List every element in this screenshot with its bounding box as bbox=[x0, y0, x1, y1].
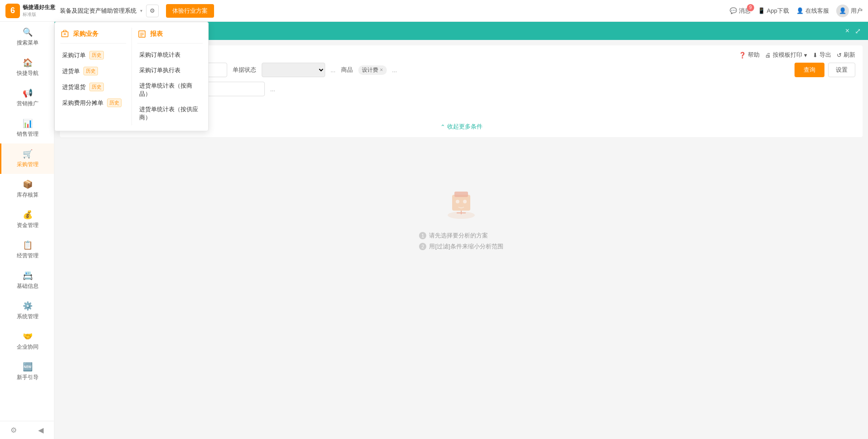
dropdown-item-purchase-order[interactable]: 采购订单 历史 bbox=[60, 47, 126, 63]
sidebar-item-system[interactable]: ⚙️ 系统管理 bbox=[0, 296, 54, 326]
voucher-status-dots[interactable]: ... bbox=[331, 67, 336, 74]
dropdown-item-return[interactable]: 进货退货 历史 bbox=[60, 79, 126, 95]
app-label: App下载 bbox=[767, 7, 789, 15]
dropdown-item-incoming-stats-supplier[interactable]: 进货单统计表（按供应商） bbox=[137, 102, 203, 125]
help-icon: ❓ bbox=[739, 52, 746, 59]
setting-btn[interactable]: 设置 bbox=[828, 63, 855, 77]
message-icon: 💬 bbox=[730, 7, 737, 14]
sidebar-label-inventory: 库存核算 bbox=[17, 191, 39, 199]
empty-state: 1 请先选择要分析的方案 2 用[过滤]条件来缩小分析范围 bbox=[60, 143, 863, 287]
dropdown-item-po-exec[interactable]: 采购订单执行表 bbox=[137, 63, 203, 78]
capital-icon: 💰 bbox=[23, 210, 33, 220]
guide-icon: 🆕 bbox=[23, 362, 33, 372]
sidebar-item-inventory[interactable]: 📦 库存核算 bbox=[0, 174, 54, 204]
purchase-col-icon bbox=[60, 30, 69, 39]
sidebar-item-cooperation[interactable]: 🤝 企业协同 bbox=[0, 326, 54, 356]
sidebar-item-capital[interactable]: 💰 资金管理 bbox=[0, 204, 54, 235]
return-label: 进货退货 bbox=[62, 83, 86, 91]
sidebar-label-system: 系统管理 bbox=[17, 313, 39, 321]
sidebar-item-sales[interactable]: 📊 销售管理 bbox=[0, 113, 54, 143]
tab-close-icon[interactable]: × bbox=[844, 25, 851, 37]
sidebar-item-operations[interactable]: 📋 经营管理 bbox=[0, 235, 54, 265]
user-avatar: 👤 bbox=[836, 5, 849, 17]
dropdown-purchase-header: 采购业务 bbox=[60, 28, 126, 44]
purchase-icon: 🛒 bbox=[23, 149, 33, 159]
print-icon: 🖨 bbox=[765, 52, 771, 59]
print-arrow[interactable]: ▾ bbox=[804, 52, 807, 59]
service-label: 在线客服 bbox=[805, 7, 829, 15]
empty-tips: 1 请先选择要分析的方案 2 用[过滤]条件来缩小分析范围 bbox=[419, 232, 503, 251]
dropdown-item-incoming[interactable]: 进货单 历史 bbox=[60, 63, 126, 79]
goods-label: 商品 bbox=[341, 66, 353, 74]
sidebar-item-purchase[interactable]: 🛒 采购管理 bbox=[0, 143, 54, 174]
user-action[interactable]: 👤 用户 bbox=[836, 5, 863, 17]
dropdown-columns: 采购业务 采购订单 历史 进货单 历史 进货退货 历史 采购费用分摊单 历史 bbox=[55, 28, 208, 125]
filter-actions: 查询 设置 bbox=[795, 63, 855, 77]
sidebar-item-search[interactable]: 🔍 搜索菜单 bbox=[0, 22, 54, 52]
sidebar-item-basic-info[interactable]: 📇 基础信息 bbox=[0, 265, 54, 296]
sidebar-bottom: ⚙ ◀ bbox=[0, 421, 54, 439]
service-action[interactable]: 👤 在线客服 bbox=[796, 7, 829, 15]
goods-chip: 设计费 × bbox=[358, 65, 387, 75]
cooperation-icon: 🤝 bbox=[23, 331, 33, 341]
print-label: 按模板打印 bbox=[773, 51, 802, 59]
user-label: 用户 bbox=[851, 7, 863, 15]
cost-split-label: 采购费用分摊单 bbox=[62, 99, 103, 107]
sidebar-settings-btn[interactable]: ⚙ bbox=[10, 426, 17, 434]
sidebar-item-guide[interactable]: 🆕 新手引导 bbox=[0, 356, 54, 387]
salesman-dots[interactable]: ... bbox=[270, 86, 275, 93]
service-icon: 👤 bbox=[796, 7, 804, 14]
header-right: 💬 消息 9 📱 App下载 👤 在线客服 👤 用户 bbox=[730, 5, 863, 17]
toolbar-right: ❓ 帮助 🖨 按模板打印 ▾ ⬇ 导出 ↺ bbox=[739, 51, 855, 59]
app-icon: 📱 bbox=[758, 7, 765, 14]
collapse-icon: ⌃ bbox=[440, 123, 445, 130]
home-icon: 🏠 bbox=[23, 58, 33, 68]
sidebar-label-capital: 资金管理 bbox=[17, 222, 39, 229]
basic-info-icon: 📇 bbox=[23, 271, 33, 281]
inventory-icon: 📦 bbox=[23, 179, 33, 189]
refresh-label: 刷新 bbox=[844, 51, 855, 59]
sidebar-item-quick-nav[interactable]: 🏠 快捷导航 bbox=[0, 52, 54, 83]
help-btn[interactable]: ❓ 帮助 bbox=[739, 51, 760, 59]
system-title-arrow[interactable]: ▾ bbox=[140, 8, 142, 13]
sidebar-collapse-btn[interactable]: ◀ bbox=[38, 426, 44, 434]
system-title-area: 装备及固定资产辅助管理系统 ▾ ⚙ 体验行业方案 bbox=[60, 4, 730, 18]
voucher-status-select[interactable] bbox=[262, 63, 325, 77]
industry-btn[interactable]: 体验行业方案 bbox=[166, 4, 214, 18]
goods-chip-remove[interactable]: × bbox=[380, 67, 383, 73]
return-hist: 历史 bbox=[89, 83, 104, 91]
export-btn[interactable]: ⬇ 导出 bbox=[813, 51, 831, 59]
logo-text: 畅捷通好生意 标准版 bbox=[23, 4, 55, 18]
svg-rect-10 bbox=[139, 31, 145, 37]
dropdown-popup: 采购业务 采购订单 历史 进货单 历史 进货退货 历史 采购费用分摊单 历史 bbox=[54, 22, 209, 131]
system-icon: ⚙️ bbox=[23, 301, 33, 311]
incoming-label: 进货单 bbox=[62, 67, 80, 75]
help-label: 帮助 bbox=[748, 51, 760, 59]
logo-icon: 6 bbox=[5, 4, 20, 18]
sidebar-label-guide: 新手引导 bbox=[17, 374, 39, 381]
refresh-btn[interactable]: ↺ 刷新 bbox=[837, 51, 855, 59]
tab-bar-right: × ⤢ bbox=[838, 25, 868, 37]
print-btn[interactable]: 🖨 按模板打印 ▾ bbox=[765, 51, 807, 59]
export-label: 导出 bbox=[819, 51, 831, 59]
po-stats-label: 采购订单统计表 bbox=[139, 51, 180, 59]
dropdown-item-cost-split[interactable]: 采购费用分摊单 历史 bbox=[60, 95, 126, 111]
gear-button[interactable]: ⚙ bbox=[146, 5, 159, 17]
logo-sub: 标准版 bbox=[23, 11, 55, 18]
dropdown-col-purchase: 采购业务 采购订单 历史 进货单 历史 进货退货 历史 采购费用分摊单 历史 bbox=[55, 28, 132, 125]
message-action[interactable]: 💬 消息 9 bbox=[730, 7, 751, 15]
app-download-action[interactable]: 📱 App下载 bbox=[758, 7, 789, 15]
sidebar-item-marketing[interactable]: 📢 营销推广 bbox=[0, 83, 54, 113]
sidebar-label-search: 搜索菜单 bbox=[17, 39, 39, 47]
sidebar-label-purchase: 采购管理 bbox=[17, 161, 39, 168]
tab-expand-icon[interactable]: ⤢ bbox=[853, 25, 863, 37]
dropdown-item-incoming-stats-goods[interactable]: 进货单统计表（按商品） bbox=[137, 78, 203, 102]
sidebar-label-operations: 经营管理 bbox=[17, 252, 39, 260]
dropdown-item-po-stats[interactable]: 采购订单统计表 bbox=[137, 47, 203, 63]
refresh-icon: ↺ bbox=[837, 52, 842, 59]
query-btn[interactable]: 查询 bbox=[795, 63, 824, 77]
goods-dots[interactable]: ... bbox=[392, 67, 397, 74]
dropdown-col-report: 报表 采购订单统计表 采购订单执行表 进货单统计表（按商品） 进货单统计表（按供… bbox=[132, 28, 209, 125]
purchase-order-label: 采购订单 bbox=[62, 51, 86, 59]
cost-split-hist: 历史 bbox=[107, 99, 122, 107]
